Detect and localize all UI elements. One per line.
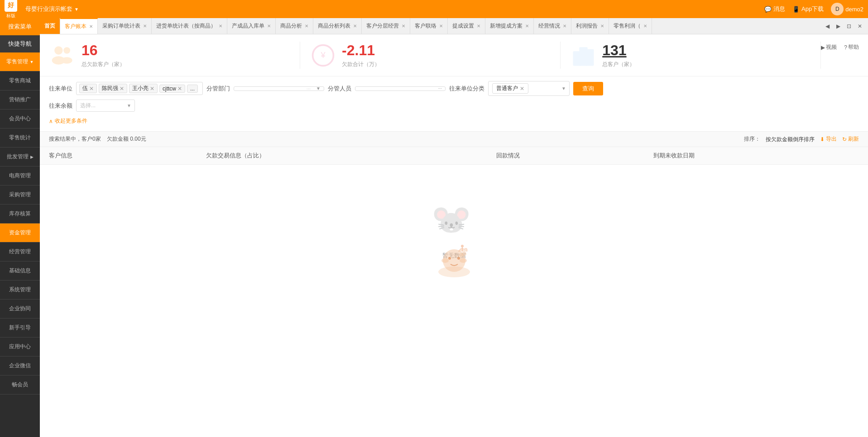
dept-clear-icon[interactable]: ··· [307, 86, 311, 91]
export-button[interactable]: ⬇ 导出 [820, 135, 837, 143]
sidebar-item-finance[interactable]: 资金管理 [0, 223, 40, 242]
sidebar-item-retail-stats[interactable]: 零售统计 [0, 128, 40, 147]
sidebar-search[interactable]: 搜索菜单 [0, 18, 40, 35]
tab-retail-profit-close[interactable]: ✕ [643, 24, 647, 28]
app-download-button[interactable]: 📱 App下载 [792, 5, 824, 13]
tab-restore-button[interactable]: ⊡ [844, 22, 854, 31]
sidebar-nav[interactable]: 快捷导航 [0, 35, 40, 52]
remove-persona-tag[interactable]: ✕ [520, 86, 524, 92]
total-customers-label: 总客户（家） [602, 61, 635, 68]
tab-customer-segment[interactable]: 客户分层经营 ✕ [362, 18, 410, 34]
top-bar: 好 标版 母婴行业演示帐套 ▼ 💬 消息 📱 App下载 D demo2 [0, 0, 868, 18]
sidebar-item-basic-info[interactable]: 基础信息 [0, 261, 40, 280]
total-owing-amount-value: -2.11 [342, 42, 380, 59]
tab-goods-analysis-list-close[interactable]: ✕ [353, 24, 357, 28]
tab-goods-analysis[interactable]: 商品分析 ✕ [276, 18, 313, 34]
tab-operations-close[interactable]: ✕ [563, 24, 566, 28]
tab-retail-profit[interactable]: 零售利润（ ✕ [609, 18, 652, 34]
message-icon: 💬 [764, 6, 772, 13]
tab-profit-report-label: 利润报告 [576, 22, 598, 30]
remove-tag-wang[interactable]: ✕ [150, 86, 154, 92]
unit-filter-area[interactable]: 伍 ✕ 陈民强 ✕ 王小亮 ✕ [76, 82, 203, 95]
tab-customer-contact-close[interactable]: ✕ [439, 24, 443, 28]
sidebar-item-app-center[interactable]: 应用中心 [0, 337, 40, 356]
retail-arrow-icon: ▼ [30, 60, 34, 64]
dept-filter[interactable] [234, 86, 324, 91]
video-link[interactable]: ▶ 视频 [821, 43, 837, 51]
tab-product-in-close[interactable]: ✕ [267, 24, 271, 28]
collapse-button[interactable]: ∧ 收起更多条件 [49, 117, 859, 125]
tab-home[interactable]: 首页 [40, 18, 60, 34]
sidebar-item-wholesale[interactable]: 批发管理 ▶ [0, 147, 40, 166]
person-filter[interactable] [355, 86, 446, 91]
industry-selector[interactable]: 母婴行业演示帐套 ▼ [25, 5, 79, 13]
marketing-label: 营销推广 [9, 96, 31, 103]
query-button[interactable]: 查询 [573, 82, 603, 95]
tab-goods-analysis-close[interactable]: ✕ [305, 24, 308, 28]
filter-tag-cjttcw: cjttcw ✕ [159, 85, 185, 93]
sort-dropdown[interactable]: 按欠款金额倒序排序 [766, 136, 815, 142]
sidebar-item-purchase[interactable]: 采购管理 [0, 185, 40, 204]
tab-purchase-order[interactable]: 采购订单统计表 ✕ [98, 18, 152, 34]
sidebar-item-enterprise-wx[interactable]: 企业微信 [0, 356, 40, 375]
tab-stock-stats[interactable]: 进货单统计表（按商品） ✕ [152, 18, 227, 34]
sidebar-item-vip[interactable]: 畅会员 [0, 375, 40, 394]
sort-label: 排序： [744, 135, 760, 143]
svg-point-16 [462, 252, 466, 256]
tab-close-all-button[interactable]: ✕ [855, 22, 864, 31]
sidebar-item-enterprise[interactable]: 企业协同 [0, 299, 40, 318]
industry-arrow-icon: ▼ [74, 7, 79, 12]
remove-tag-wu[interactable]: ✕ [89, 86, 94, 92]
unit-class-filter-wrap: 普通客户 ✕ ▼ [488, 81, 570, 96]
sidebar-item-ecommerce[interactable]: 电商管理 [0, 166, 40, 185]
filter-tag-more[interactable]: ... [187, 85, 198, 93]
tab-product-in[interactable]: 产成品入库单 ✕ [227, 18, 276, 34]
retail-stats-label: 零售统计 [9, 134, 31, 141]
tab-scroll-left-button[interactable]: ◀ [823, 22, 832, 31]
sidebar-item-operations[interactable]: 经营管理 [0, 242, 40, 261]
tab-new-promotion[interactable]: 新增提成方案 ✕ [485, 18, 534, 34]
svg-point-12 [457, 257, 460, 260]
tab-customer-cost-close[interactable]: ✕ [89, 24, 93, 29]
sidebar-item-member[interactable]: 会员中心 [0, 109, 40, 128]
tab-new-promotion-close[interactable]: ✕ [525, 24, 529, 28]
message-button[interactable]: 💬 消息 [764, 5, 785, 13]
tab-promotion-settings[interactable]: 提成设置 ✕ [448, 18, 485, 34]
filter-row-2: 往来余额 选择... ▼ [49, 100, 859, 112]
tab-promotion-settings-close[interactable]: ✕ [477, 24, 480, 28]
person-filter-label: 分管人员 [328, 85, 351, 93]
tab-operations[interactable]: 经营情况 ✕ [534, 18, 571, 34]
sidebar-item-retail[interactable]: 零售管理 ▼ [0, 52, 40, 71]
sidebar-item-retail-mall[interactable]: 零售商城 [0, 71, 40, 90]
tab-customer-cost[interactable]: 客户账本 ✕ [60, 18, 98, 34]
remain-placeholder: 选择... [80, 102, 96, 109]
wholesale-arrow-icon: ▶ [30, 155, 34, 159]
unit-class-filter[interactable]: 普通客户 ✕ [488, 81, 570, 96]
svg-point-3 [61, 57, 72, 64]
user-menu[interactable]: D demo2 [831, 3, 863, 15]
unit-filter-label: 往来单位 [49, 85, 72, 93]
tab-stock-stats-close[interactable]: ✕ [219, 24, 222, 28]
tab-customer-contact[interactable]: 客户联络 ✕ [410, 18, 448, 34]
refresh-button[interactable]: ↻ 刷新 [842, 135, 859, 143]
help-link[interactable]: ? 帮助 [844, 43, 859, 51]
remain-filter-wrap: 选择... ▼ [76, 100, 135, 112]
sidebar-item-marketing[interactable]: 营销推广 [0, 90, 40, 109]
stat-block-total-customers: 131 总客户（家） [561, 42, 821, 69]
sidebar-item-system[interactable]: 系统管理 [0, 280, 40, 299]
tab-scroll-right-button[interactable]: ▶ [834, 22, 843, 31]
tab-profit-report-close[interactable]: ✕ [600, 24, 604, 28]
remove-tag-chen[interactable]: ✕ [120, 86, 124, 92]
sidebar-item-inventory[interactable]: 库存核算 [0, 204, 40, 223]
tab-purchase-order-close[interactable]: ✕ [143, 24, 147, 28]
remain-filter[interactable]: 选择... [76, 100, 135, 112]
remove-tag-cjttcw[interactable]: ✕ [177, 86, 182, 92]
tab-customer-segment-close[interactable]: ✕ [402, 24, 405, 28]
tab-goods-analysis-list[interactable]: 商品分析列表 ✕ [313, 18, 362, 34]
tab-profit-report[interactable]: 利润报告 ✕ [571, 18, 609, 34]
unit-class-filter-label: 往来单位分类 [449, 85, 484, 93]
filter-tag-wang: 王小亮 ✕ [129, 84, 158, 93]
video-label: 视频 [826, 43, 837, 51]
sidebar-item-beginner[interactable]: 新手引导 [0, 318, 40, 337]
person-filter-wrap: ··· [355, 86, 446, 91]
